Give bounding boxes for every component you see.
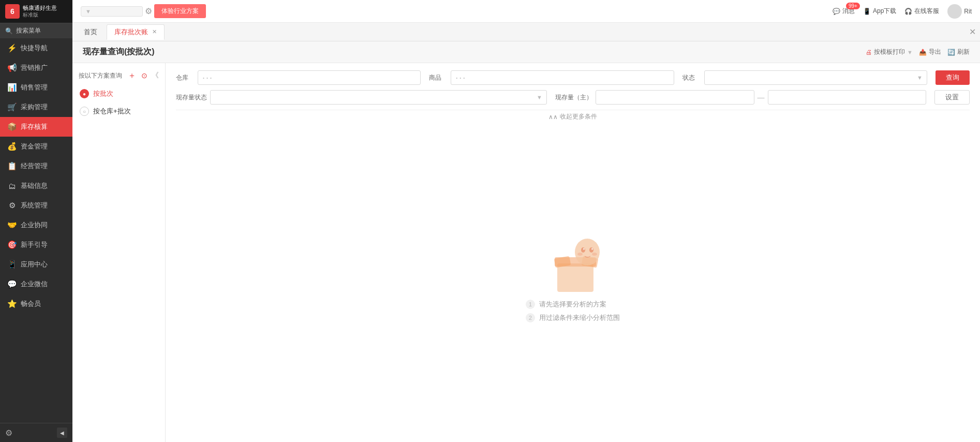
- warehouse-input[interactable]: ···: [198, 70, 421, 85]
- sidebar-item-finance[interactable]: 💰 资金管理: [0, 137, 72, 156]
- export-icon: 📤: [919, 49, 927, 56]
- sidebar-header: 6 畅康通好生意 标准版: [0, 0, 72, 23]
- sidebar-collapse-btn[interactable]: ◀: [57, 428, 67, 438]
- basic-icon: 🗂: [7, 181, 17, 190]
- hint-text-1: 请先选择要分析的方案: [539, 300, 606, 309]
- settings-button[interactable]: 设置: [934, 90, 970, 105]
- operation-icon: 📋: [7, 161, 17, 171]
- collapse-more-label: 收起更多条件: [560, 112, 597, 121]
- sidebar-item-purchase[interactable]: 🛒 采购管理: [0, 97, 72, 117]
- app-center-icon: 📱: [7, 260, 17, 269]
- refresh-btn[interactable]: 🔄 刷新: [947, 48, 970, 56]
- svg-rect-0: [557, 263, 593, 292]
- svg-point-9: [577, 253, 583, 256]
- sidebar-item-enterprise[interactable]: 🤝 企业协同: [0, 215, 72, 235]
- settings-footer-icon[interactable]: ⚙: [5, 428, 12, 438]
- stock-qty-label: 现存量（主）: [555, 93, 592, 102]
- content-area: 按以下方案查询 ＋ ⊙ 《 ● 按批次 ○ 按仓库+批次: [72, 63, 980, 442]
- collapse-panel-icon[interactable]: 《: [152, 71, 159, 80]
- range-dash: —: [758, 93, 765, 101]
- product-input[interactable]: ···: [451, 70, 674, 85]
- scheme-header: 按以下方案查询 ＋ ⊙ 《: [72, 68, 165, 85]
- export-label: 导出: [929, 48, 941, 56]
- svg-point-4: [575, 239, 600, 266]
- message-action[interactable]: 💬 消息 99+: [833, 7, 855, 16]
- refresh-label: 刷新: [957, 48, 970, 56]
- online-service-label: 在线客服: [914, 7, 939, 16]
- topbar-search-box[interactable]: ▼: [81, 6, 143, 17]
- sidebar-item-wechat[interactable]: 💬 企业微信: [0, 274, 72, 294]
- wechat-icon: 💬: [7, 279, 17, 289]
- tab-close-icon[interactable]: ✕: [152, 28, 157, 35]
- system-icon: ⚙: [7, 201, 17, 210]
- search-icon: 🔍: [5, 27, 13, 35]
- sidebar-search[interactable]: 🔍 搜索菜单: [0, 23, 72, 38]
- topbar-actions: 💬 消息 99+ 📱 App下载 🎧 在线客服 Rit: [833, 4, 972, 19]
- sidebar-item-system[interactable]: ⚙ 系统管理: [0, 196, 72, 215]
- tabbar: 首页 库存批次账 ✕ ✕: [72, 23, 980, 41]
- page-close-button[interactable]: ✕: [969, 27, 976, 37]
- marketing-icon: 📢: [7, 63, 17, 72]
- sidebar-item-label: 畅会员: [21, 299, 41, 308]
- status-dropdown-icon: ▼: [917, 75, 923, 81]
- add-scheme-icon[interactable]: ＋: [127, 70, 137, 81]
- app-edition: 标准版: [23, 11, 57, 19]
- query-button[interactable]: 查询: [936, 70, 970, 85]
- online-service-action[interactable]: 🎧 在线客服: [904, 7, 939, 16]
- collapse-more-btn[interactable]: ∧∧ 收起更多条件: [176, 110, 970, 125]
- sidebar-item-label: 采购管理: [21, 102, 48, 112]
- sidebar-item-quick-nav[interactable]: ⚡ 快捷导航: [0, 38, 72, 58]
- main-content: ▼ ⚙ 体验行业方案 💬 消息 99+ 📱 App下载 🎧 在线客服 Rit: [72, 0, 980, 442]
- sidebar-item-sales[interactable]: 📊 销售管理: [0, 78, 72, 97]
- scheme-item-by-batch[interactable]: ● 按批次: [72, 85, 165, 102]
- sidebar-item-app-center[interactable]: 📱 应用中心: [0, 255, 72, 274]
- message-icon: 💬: [833, 8, 840, 15]
- print-icon: 🖨: [866, 49, 872, 56]
- sidebar-item-label: 快捷导航: [21, 43, 48, 53]
- stock-qty-range-end[interactable]: [768, 90, 927, 105]
- sidebar-search-label: 搜索菜单: [16, 26, 41, 35]
- export-btn[interactable]: 📤 导出: [919, 48, 941, 56]
- sidebar-item-label: 系统管理: [21, 201, 48, 210]
- stock-qty-range-start[interactable]: [596, 90, 754, 105]
- scheme-header-label: 按以下方案查询: [79, 71, 122, 80]
- topbar-search-area: ▼ ⚙ 体验行业方案: [81, 4, 827, 18]
- trial-btn[interactable]: 体验行业方案: [154, 4, 206, 18]
- product-label: 商品: [429, 73, 448, 82]
- warehouse-input-text: ···: [202, 72, 213, 83]
- empty-hint-1: 1 请先选择要分析的方案: [526, 300, 620, 309]
- tab-inventory-batch[interactable]: 库存批次账 ✕: [107, 24, 165, 40]
- empty-hints: 1 请先选择要分析的方案 2 用过滤条件来缩小分析范围: [526, 300, 620, 322]
- sidebar: 6 畅康通好生意 标准版 🔍 搜索菜单 ⚡ 快捷导航 📢 营销推广 📊 销售管理…: [0, 0, 72, 442]
- sidebar-item-basic[interactable]: 🗂 基础信息: [0, 176, 72, 196]
- scheme-dot-inactive: ○: [80, 107, 89, 116]
- topbar-settings-icon[interactable]: ⚙: [145, 6, 152, 16]
- company-name: 畅康通好生意: [23, 4, 57, 11]
- sidebar-item-newbie[interactable]: 🎯 新手引导: [0, 235, 72, 255]
- stock-status-label: 现存量状态: [176, 93, 207, 102]
- status-select[interactable]: ▼: [704, 70, 927, 85]
- sidebar-item-member[interactable]: ⭐ 畅会员: [0, 294, 72, 314]
- user-action[interactable]: Rit: [947, 4, 972, 19]
- print-btn[interactable]: 🖨 按模板打印 ▼: [866, 48, 913, 56]
- dropdown-arrow-icon: ▼: [85, 8, 91, 14]
- print-dropdown-icon[interactable]: ▼: [907, 49, 913, 55]
- inventory-icon: 📦: [7, 122, 17, 131]
- sidebar-item-inventory[interactable]: 📦 库存核算: [0, 117, 72, 137]
- right-panel: 仓库 ··· 商品 ··· 状态: [166, 63, 980, 442]
- enterprise-icon: 🤝: [7, 220, 17, 230]
- scheme-item-by-warehouse-batch[interactable]: ○ 按仓库+批次: [72, 102, 165, 120]
- sidebar-item-operation[interactable]: 📋 经营管理: [0, 156, 72, 176]
- filter-status-field: 状态 ▼: [682, 70, 927, 85]
- sidebar-item-label: 资金管理: [21, 142, 48, 151]
- stock-status-select[interactable]: ▼: [210, 90, 547, 105]
- settings-scheme-icon[interactable]: ⊙: [139, 70, 150, 81]
- app-download-action[interactable]: 📱 App下载: [863, 7, 896, 16]
- sidebar-item-marketing[interactable]: 📢 营销推广: [0, 58, 72, 78]
- tab-home[interactable]: 首页: [77, 24, 105, 40]
- sidebar-item-label: 企业微信: [21, 279, 48, 289]
- sidebar-item-label: 经营管理: [21, 161, 48, 171]
- tab-inventory-batch-label: 库存批次账: [114, 27, 148, 37]
- app-logo: 6: [5, 4, 20, 19]
- hint-text-2: 用过滤条件来缩小分析范围: [539, 313, 620, 322]
